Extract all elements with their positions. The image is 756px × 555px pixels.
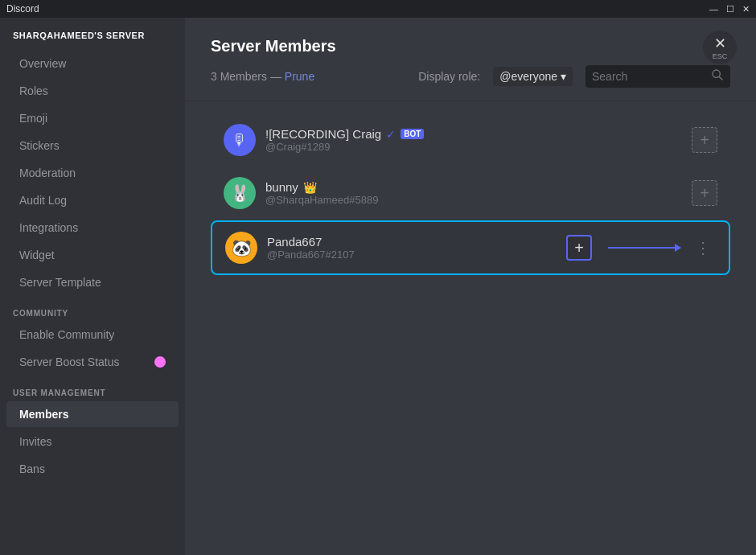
member-tag: @SharqaHameed#5889 <box>265 194 682 206</box>
sidebar-item-audit-log[interactable]: Audit Log <box>6 187 179 213</box>
add-role-button[interactable]: + <box>692 180 717 206</box>
sidebar-label-emoji: Emoji <box>19 112 47 125</box>
sidebar-label-invites: Invites <box>19 435 51 448</box>
avatar: 🐰 <box>224 177 256 209</box>
avatar: 🐼 <box>225 232 257 264</box>
sidebar-label-enable-community: Enable Community <box>19 328 114 341</box>
role-selector[interactable]: @everyone ▾ <box>493 67 573 86</box>
prune-link[interactable]: Prune <box>285 70 314 83</box>
sidebar-item-integrations[interactable]: Integrations <box>6 215 179 240</box>
community-section-label: COMMUNITY <box>0 296 185 321</box>
sidebar-item-invites[interactable]: Invites <box>6 429 179 454</box>
member-name: ![RECORDING] Craig ✓ BOT <box>265 127 682 141</box>
arrow-line <box>608 247 680 249</box>
separator: — <box>270 70 285 83</box>
sidebar-item-server-boost-status[interactable]: Server Boost Status <box>6 349 179 375</box>
sidebar-label-audit-log: Audit Log <box>19 194 67 207</box>
page-title: Server Members <box>211 37 730 56</box>
member-info: ![RECORDING] Craig ✓ BOT @Craig#1289 <box>265 127 682 153</box>
sidebar-item-members[interactable]: Members <box>6 401 179 427</box>
sidebar-label-stickers: Stickers <box>19 139 60 152</box>
sidebar-item-bans[interactable]: Bans <box>6 456 179 482</box>
search-bar <box>585 65 730 88</box>
user-management-section-label: USER MANAGEMENT <box>0 376 185 401</box>
table-row[interactable]: 🎙 ![RECORDING] Craig ✓ BOT @Craig#1289 + <box>211 114 730 166</box>
member-count: 3 Members — Prune <box>211 70 314 83</box>
main-content: ✕ ESC Server Members 3 Members — Prune D… <box>185 18 756 555</box>
crown-icon: 👑 <box>303 181 317 194</box>
search-icon <box>711 68 724 84</box>
member-name-text: ![RECORDING] Craig <box>265 127 381 141</box>
sidebar-item-enable-community[interactable]: Enable Community <box>6 322 179 347</box>
member-name-text: bunny <box>265 180 298 194</box>
verified-icon: ✓ <box>386 128 396 141</box>
member-name: Panda667 <box>267 235 557 249</box>
header-controls: 3 Members — Prune Display role: @everyon… <box>211 65 730 88</box>
boost-badge <box>154 356 166 368</box>
member-name: bunny 👑 <box>265 180 682 194</box>
server-name: SHARQAHAMEED'S SERVER <box>0 31 185 50</box>
sidebar-label-roles: Roles <box>19 84 48 97</box>
arrow-indicator <box>608 247 680 249</box>
sidebar-item-widget[interactable]: Widget <box>6 242 179 268</box>
sidebar-label-overview: Overview <box>19 57 66 70</box>
member-tag: @Craig#1289 <box>265 141 682 153</box>
sidebar-item-roles[interactable]: Roles <box>6 78 179 104</box>
titlebar-controls: — ☐ ✕ <box>709 4 750 14</box>
member-info: bunny 👑 @SharqaHameed#5889 <box>265 180 682 206</box>
sidebar-label-members: Members <box>19 408 68 421</box>
titlebar: Discord — ☐ ✕ <box>0 0 756 18</box>
bot-badge: BOT <box>401 129 424 139</box>
member-tag: @Panda667#2107 <box>267 249 557 261</box>
sidebar-item-stickers[interactable]: Stickers <box>6 133 179 158</box>
sidebar-label-moderation: Moderation <box>19 166 76 179</box>
sidebar-label-bans: Bans <box>19 462 45 475</box>
esc-label: ESC <box>713 52 728 60</box>
table-row[interactable]: 🐰 bunny 👑 @SharqaHameed#5889 + <box>211 167 730 219</box>
maximize-button[interactable]: ☐ <box>726 4 734 14</box>
minimize-button[interactable]: — <box>709 4 718 14</box>
sidebar: SHARQAHAMEED'S SERVER Overview Roles Emo… <box>0 18 185 555</box>
chevron-down-icon: ▾ <box>561 70 566 83</box>
close-icon: ✕ <box>714 35 726 52</box>
search-input[interactable] <box>592 70 706 83</box>
close-button[interactable]: ✕ <box>742 4 750 14</box>
more-options-button[interactable]: ⋮ <box>690 235 716 261</box>
app-title: Discord <box>6 3 39 14</box>
members-list: 🎙 ![RECORDING] Craig ✓ BOT @Craig#1289 +… <box>185 101 756 555</box>
sidebar-item-emoji[interactable]: Emoji <box>6 105 179 131</box>
member-info: Panda667 @Panda667#2107 <box>267 235 557 261</box>
sidebar-label-integrations: Integrations <box>19 221 78 234</box>
avatar: 🎙 <box>224 124 256 156</box>
app-body: SHARQAHAMEED'S SERVER Overview Roles Emo… <box>0 18 756 555</box>
sidebar-label-widget: Widget <box>19 249 55 261</box>
add-role-button[interactable]: + <box>692 127 717 153</box>
member-count-text: 3 Members <box>211 70 267 83</box>
sidebar-item-moderation[interactable]: Moderation <box>6 160 179 186</box>
role-value: @everyone <box>499 70 557 83</box>
sidebar-label-server-template: Server Template <box>19 276 101 289</box>
member-name-text: Panda667 <box>267 235 322 249</box>
display-role-label: Display role: <box>418 70 480 83</box>
add-role-button[interactable]: + <box>566 235 592 261</box>
sidebar-item-server-template[interactable]: Server Template <box>6 269 179 295</box>
esc-button[interactable]: ✕ ESC <box>703 31 737 64</box>
page-header: Server Members 3 Members — Prune Display… <box>185 18 756 101</box>
sidebar-label-server-boost-status: Server Boost Status <box>19 356 120 368</box>
table-row[interactable]: 🐼 Panda667 @Panda667#2107 + ⋮ <box>211 220 730 275</box>
sidebar-item-overview[interactable]: Overview <box>6 51 179 76</box>
